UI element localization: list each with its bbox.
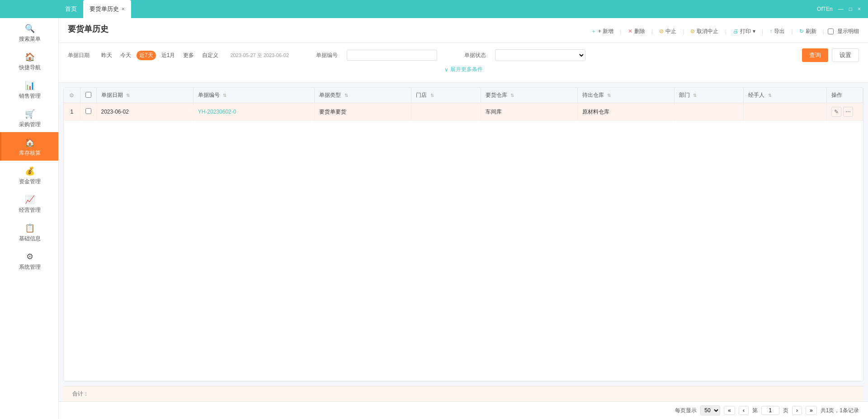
sort-pending-warehouse-icon[interactable]: ⇅ [607, 93, 611, 98]
sidebar-item-basic[interactable]: 📋 基础信息 [0, 218, 58, 246]
sidebar-item-purchase[interactable]: 🛒 采购管理 [0, 104, 58, 132]
row-edit-button[interactable]: ✎ [831, 107, 841, 117]
print-button[interactable]: 🖨 打印 ▾ [730, 26, 758, 37]
date-range-display: 2023-05-27 至 2023-06-02 [230, 52, 289, 59]
sort-bill-type-icon[interactable]: ⇅ [344, 93, 348, 98]
row-checkbox[interactable] [80, 103, 96, 121]
table-header: ⚙ 单据日期 ⇅ 单据编号 ⇅ [64, 88, 863, 103]
row-bill-type: 要货单要货 [315, 103, 411, 121]
col-bill-no-label: 单据编号 [198, 92, 220, 98]
export-icon: ↑ [769, 28, 772, 34]
stop-icon: ⊘ [659, 28, 664, 34]
date-btn-more[interactable]: 更多 [180, 51, 197, 60]
sort-date-icon[interactable]: ⇅ [126, 93, 130, 98]
sidebar-item-search[interactable]: 🔍 搜索菜单 [0, 18, 58, 47]
col-checkbox [80, 88, 96, 103]
sort-store-icon[interactable]: ⇅ [430, 93, 434, 98]
expand-more-btn[interactable]: ∨ 展开更多条件 [444, 66, 483, 73]
date-btn-yesterday[interactable]: 昨天 [99, 51, 115, 60]
first-page-button[interactable]: « [724, 406, 735, 415]
date-btn-7days[interactable]: 近7天 [137, 51, 156, 60]
tab-home-label: 首页 [65, 5, 77, 13]
sidebar-item-sales[interactable]: 📊 销售管理 [0, 75, 58, 104]
table-footer: 合计： [63, 386, 863, 401]
sidebar-item-operation-label: 经营管理 [19, 206, 41, 214]
row-index: 1 [64, 103, 80, 121]
display-detail-button[interactable]: 显示明细 [828, 28, 859, 35]
sidebar-item-inventory[interactable]: 🏠 库存核算 [0, 132, 58, 161]
date-buttons: 昨天 今天 近7天 近1月 更多 自定义 [99, 51, 221, 60]
col-settings[interactable]: ⚙ [64, 88, 80, 103]
sidebar-item-operation[interactable]: 📈 经营管理 [0, 189, 58, 218]
prev-page-button[interactable]: ‹ [739, 406, 749, 415]
row-department [675, 103, 744, 121]
status-select[interactable] [495, 49, 585, 61]
sort-bill-no-icon[interactable]: ⇅ [223, 93, 226, 98]
select-all-checkbox[interactable] [85, 92, 91, 98]
brand-label: OfTEn [817, 6, 833, 12]
per-page-label: 每页显示 [675, 407, 697, 414]
row-store [411, 103, 481, 121]
finance-icon: 💰 [25, 166, 35, 176]
print-label: 打印 [740, 28, 751, 35]
col-bill-no: 单据编号 ⇅ [193, 88, 315, 103]
expand-more-label: 展开更多条件 [450, 66, 483, 73]
sidebar-item-system[interactable]: ⚙ 系统管理 [0, 246, 58, 275]
tab-history[interactable]: 要货单历史 × [83, 0, 131, 18]
filter-area: 单据日期 昨天 今天 近7天 近1月 更多 自定义 2023-05-27 至 2… [59, 43, 868, 83]
export-button[interactable]: ↑ 导出 [767, 26, 788, 37]
query-button[interactable]: 查询 [802, 48, 828, 62]
purchase-icon: 🛒 [25, 109, 35, 119]
sidebar-item-basic-label: 基础信息 [19, 235, 41, 243]
row-more-button[interactable]: ⋯ [843, 107, 853, 117]
page-input[interactable] [761, 406, 779, 415]
sidebar-item-shortcut[interactable]: 🏠 快捷导航 [0, 47, 58, 75]
last-page-button[interactable]: » [806, 406, 817, 415]
minimize-btn[interactable]: — [838, 6, 844, 12]
print-chevron: ▾ [753, 28, 755, 34]
table-area: ⚙ 单据日期 ⇅ 单据编号 ⇅ [63, 87, 863, 381]
refresh-label: 刷新 [806, 28, 816, 35]
col-store-label: 门店 [416, 92, 427, 98]
settings-icon[interactable]: ⚙ [69, 92, 74, 99]
sidebar-item-finance[interactable]: 💰 资金管理 [0, 161, 58, 189]
delete-label: 删除 [634, 28, 645, 35]
export-label: 导出 [774, 28, 785, 35]
stop-button[interactable]: ⊘ 中止 [656, 26, 679, 37]
col-bill-type-label: 单据类型 [319, 92, 341, 98]
sort-req-warehouse-icon[interactable]: ⇅ [510, 93, 514, 98]
col-date: 单据日期 ⇅ [96, 88, 193, 103]
display-detail-checkbox[interactable] [828, 29, 834, 34]
sort-department-icon[interactable]: ⇅ [693, 93, 697, 98]
header-actions: ＋ + 新增 | ✕ 删除 | ⊘ 中止 | ⊘ [588, 26, 859, 37]
date-btn-today[interactable]: 今天 [118, 51, 134, 60]
sidebar-item-purchase-label: 采购管理 [19, 121, 41, 129]
sort-handler-icon[interactable]: ⇅ [768, 93, 772, 98]
per-page-select[interactable]: 50 [700, 405, 720, 415]
date-btn-custom[interactable]: 自定义 [199, 51, 221, 60]
tab-history-close[interactable]: × [122, 6, 125, 12]
maximize-btn[interactable]: □ [849, 6, 852, 12]
col-date-label: 单据日期 [101, 92, 123, 98]
col-handler: 经手人 ⇅ [744, 88, 827, 103]
col-ops: 操作 [827, 88, 863, 103]
row-select-checkbox[interactable] [85, 108, 91, 114]
new-button[interactable]: ＋ + 新增 [588, 26, 616, 37]
refresh-button[interactable]: ↻ 刷新 [797, 26, 819, 37]
bill-no-input[interactable] [347, 50, 437, 61]
sidebar-item-sales-label: 销售管理 [19, 92, 41, 100]
tab-home[interactable]: 首页 [59, 0, 83, 18]
delete-button[interactable]: ✕ 删除 [625, 26, 648, 37]
top-bar: 首页 要货单历史 × OfTEn — □ × [0, 0, 868, 18]
row-bill-no-link[interactable]: YH-20230602-0 [198, 109, 236, 115]
row-pending-warehouse-value: 原材料仓库 [582, 109, 609, 115]
settings-button[interactable]: 设置 [832, 48, 859, 62]
date-btn-1month[interactable]: 近1月 [159, 51, 178, 60]
new-label: + 新增 [598, 28, 613, 35]
row-ops-container: ✎ ⋯ [831, 107, 858, 117]
row-bill-no: YH-20230602-0 [193, 103, 315, 121]
cancel-stop-button[interactable]: ⊘ 取消中止 [688, 26, 721, 37]
close-btn[interactable]: × [858, 6, 861, 12]
next-page-button[interactable]: › [792, 406, 802, 415]
sidebar-item-search-label: 搜索菜单 [19, 35, 41, 43]
